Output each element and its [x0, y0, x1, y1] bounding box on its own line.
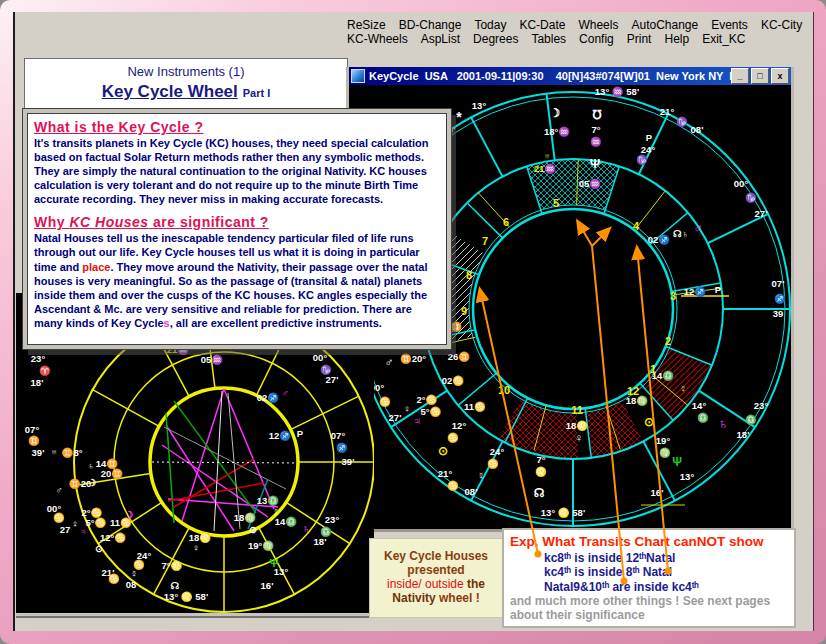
window-icon [351, 69, 365, 83]
menu-row-1: ReSizeBD-ChangeTodayKC-DateWheelsAutoCha… [345, 18, 807, 32]
menu-item-bd-change[interactable]: BD-Change [399, 18, 462, 32]
menu-item-exit_kc[interactable]: Exit_KC [702, 32, 745, 46]
menu-item-today[interactable]: Today [474, 18, 506, 32]
kc-note-line3: inside/ outside the [370, 578, 502, 592]
question-1-heading: What is the Key Cycle ? [34, 119, 438, 135]
menu-item-kc-wheels[interactable]: KC-Wheels [347, 32, 408, 46]
transits-comparison-note: Exp. What Transits Chart canNOT show kc8… [502, 528, 796, 628]
window-titlebar[interactable]: KeyCycle USA 2001-09-11|09:30 40[N]43#07… [349, 67, 791, 85]
close-button[interactable]: x [771, 68, 789, 84]
menu-item-kc-city[interactable]: KC-City [761, 18, 802, 32]
app-content: ReSizeBD-ChangeTodayKC-DateWheelsAutoCha… [13, 12, 814, 631]
menu-item-autochange[interactable]: AutoChange [631, 18, 698, 32]
exp-footer: and much more other things ! See next pa… [510, 595, 788, 623]
menu-bar: ReSizeBD-ChangeTodayKC-DateWheelsAutoCha… [345, 18, 807, 46]
app-frame: ReSizeBD-ChangeTodayKC-DateWheelsAutoCha… [0, 0, 826, 644]
explanation-box: What is the Key Cycle ? It's transits pl… [27, 113, 447, 345]
answer-2-text: Natal Houses tell us the inescapable ten… [34, 231, 438, 330]
menu-item-events[interactable]: Events [711, 18, 748, 32]
menu-row-2: KC-WheelsAspListDegreesTablesConfigPrint… [345, 32, 807, 46]
answer-1-text: It's transits planets in Key Cycle (KC) … [34, 136, 438, 206]
page-title-part: Part I [243, 87, 271, 99]
menu-item-resize[interactable]: ReSize [347, 18, 386, 32]
maximize-button[interactable]: □ [751, 68, 769, 84]
menu-item-config[interactable]: Config [579, 32, 614, 46]
menu-item-wheels[interactable]: Wheels [578, 18, 618, 32]
minimize-button[interactable]: _ [731, 68, 749, 84]
exp-line: kc8ᵗʰ is inside 12ᵗʰNatal [544, 551, 788, 565]
menu-item-print[interactable]: Print [627, 32, 652, 46]
kc-houses-note: Key Cycle Houses presented inside/ outsi… [369, 538, 503, 618]
kc-note-line2: presented [370, 564, 502, 578]
exp-line: Natal9&10ᵗʰ are inside kc4ᵗʰ [544, 580, 788, 594]
kc-note-line4: Nativity wheel ! [370, 592, 502, 606]
exp-title: Exp. What Transits Chart canNOT show [510, 534, 788, 549]
header-panel: New Instruments (1) Key Cycle WheelPart … [24, 58, 348, 112]
window-title: KeyCycle USA 2001-09-11|09:30 40[N]43#07… [369, 70, 731, 82]
page-title: Key Cycle Wheel [102, 82, 238, 102]
question-2-heading: Why KC Houses are significant ? [34, 214, 438, 230]
menu-item-help[interactable]: Help [664, 32, 689, 46]
menu-item-kc-date[interactable]: KC-Date [519, 18, 565, 32]
exp-line: kc4ᵗʰ is inside 8ᵗʰ Natal [544, 565, 788, 579]
menu-item-asplist[interactable]: AspList [421, 32, 460, 46]
exp-lines: kc8ᵗʰ is inside 12ᵗʰNatalkc4ᵗʰ is inside… [510, 551, 788, 594]
menu-item-degrees[interactable]: Degrees [473, 32, 518, 46]
kc-note-line1: Key Cycle Houses [370, 550, 502, 564]
menu-item-tables[interactable]: Tables [531, 32, 566, 46]
panel-subtitle: New Instruments (1) [25, 64, 347, 79]
